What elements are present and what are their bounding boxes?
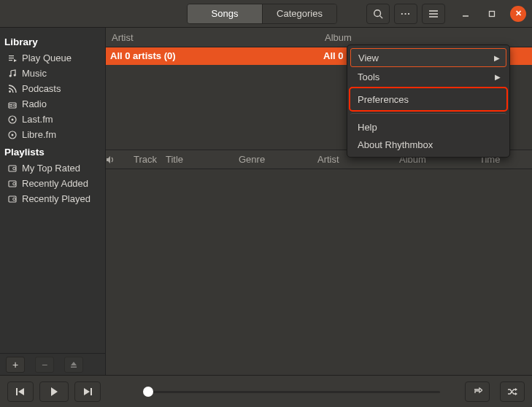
ellipsis-icon: ··· xyxy=(401,8,411,19)
smartplaylist-icon xyxy=(7,194,18,204)
sidebar-item-recentlyadded[interactable]: Recently Added xyxy=(0,176,105,191)
content-area: Artist All 0 artists (0) Album All 0 Tra… xyxy=(106,28,532,375)
col-playing[interactable] xyxy=(106,155,128,164)
rss-icon xyxy=(7,84,18,94)
playback-controls xyxy=(0,375,532,407)
hamburger-icon xyxy=(428,9,439,18)
menu-item-label: Preferences xyxy=(358,94,409,105)
col-track[interactable]: Track xyxy=(128,154,160,165)
window-maximize[interactable] xyxy=(484,6,500,22)
sidebar-header-playlists: Playlists xyxy=(0,142,105,160)
titlebar: Songs Categories ··· ✕ xyxy=(0,0,532,28)
search-icon xyxy=(373,9,383,19)
menu-item-label: Help xyxy=(358,122,377,133)
submenu-arrow-icon: ▶ xyxy=(494,54,500,62)
svg-point-14 xyxy=(9,90,11,93)
sidebar-item-label: My Top Rated xyxy=(22,163,80,174)
repeat-icon xyxy=(472,387,482,396)
eject-button[interactable] xyxy=(64,357,83,373)
sidebar-item-label: Last.fm xyxy=(22,114,53,125)
sidebar-item-label: Play Queue xyxy=(22,53,72,63)
tracks-pane: Track Title Genre Artist Album Time xyxy=(106,150,532,375)
sidebar-item-label: Music xyxy=(22,68,47,79)
shuffle-icon xyxy=(507,387,517,396)
next-button[interactable] xyxy=(74,381,101,402)
svg-rect-36 xyxy=(90,388,92,395)
app-menu: View ▶ Tools ▶ Preferences Help About Rh… xyxy=(347,44,510,158)
svg-line-1 xyxy=(380,15,383,18)
svg-marker-31 xyxy=(107,156,110,163)
search-button[interactable] xyxy=(366,4,390,24)
previous-icon xyxy=(15,387,26,396)
play-button[interactable] xyxy=(39,381,69,402)
menu-item-label: View xyxy=(358,53,379,63)
sidebar-item-podcasts[interactable]: Podcasts xyxy=(0,81,105,96)
add-playlist-button[interactable]: + xyxy=(6,357,25,373)
songs-tab[interactable]: Songs xyxy=(188,4,262,23)
artist-row-all[interactable]: All 0 artists (0) xyxy=(106,47,319,65)
window-minimize[interactable] xyxy=(458,6,474,22)
sidebar-action-bar: + − xyxy=(0,353,105,375)
menu-item-view[interactable]: View ▶ xyxy=(350,48,506,67)
sidebar-item-radio[interactable]: Radio xyxy=(0,96,105,112)
svg-marker-35 xyxy=(84,388,90,395)
col-genre[interactable]: Genre xyxy=(233,154,312,165)
menu-item-tools[interactable]: Tools ▶ xyxy=(350,67,506,86)
hamburger-button[interactable] xyxy=(422,4,445,24)
svg-rect-7 xyxy=(9,55,14,56)
svg-point-20 xyxy=(12,118,14,120)
remove-playlist-button[interactable]: − xyxy=(35,357,54,373)
svg-marker-10 xyxy=(14,59,17,62)
progress-track xyxy=(143,391,440,393)
svg-marker-34 xyxy=(51,387,58,396)
more-button[interactable]: ··· xyxy=(394,4,417,24)
svg-point-12 xyxy=(14,74,16,76)
menu-item-label: Tools xyxy=(358,71,379,82)
previous-button[interactable] xyxy=(7,381,34,402)
view-segmented-control: Songs Categories xyxy=(187,4,337,24)
svg-marker-37 xyxy=(515,388,517,391)
sidebar-item-music[interactable]: Music xyxy=(0,66,105,81)
sidebar-item-label: Podcasts xyxy=(22,83,61,94)
menu-item-preferences[interactable]: Preferences xyxy=(350,88,506,110)
sidebar-item-label: Radio xyxy=(22,98,47,109)
categories-tab[interactable]: Categories xyxy=(262,4,336,23)
sidebar-item-mytoprated[interactable]: My Top Rated xyxy=(0,160,105,176)
col-title[interactable]: Title xyxy=(160,154,233,165)
next-icon xyxy=(82,387,93,396)
repeat-button[interactable] xyxy=(465,381,490,402)
sidebar-item-lastfm[interactable]: Last.fm xyxy=(0,112,105,127)
svg-marker-38 xyxy=(515,392,517,395)
svg-rect-9 xyxy=(9,60,12,61)
menu-item-about[interactable]: About Rhythmbox xyxy=(350,135,506,154)
librefm-icon xyxy=(7,130,18,140)
close-icon: ✕ xyxy=(515,9,522,18)
svg-point-22 xyxy=(12,133,14,136)
svg-rect-30 xyxy=(71,366,77,368)
svg-rect-6 xyxy=(490,11,495,16)
svg-rect-8 xyxy=(9,58,14,58)
smartplaylist-icon xyxy=(7,179,18,189)
play-icon xyxy=(50,387,58,397)
music-icon xyxy=(7,69,18,79)
sidebar-item-librefm[interactable]: Libre.fm xyxy=(0,127,105,142)
submenu-arrow-icon: ▶ xyxy=(495,73,501,81)
shuffle-button[interactable] xyxy=(500,381,525,402)
menu-item-label: About Rhythmbox xyxy=(358,139,433,150)
svg-point-18 xyxy=(13,104,15,106)
progress-slider[interactable] xyxy=(143,389,440,394)
sidebar-item-play-queue[interactable]: Play Queue xyxy=(0,50,105,66)
artist-column: Artist All 0 artists (0) xyxy=(106,28,319,150)
window-close[interactable]: ✕ xyxy=(510,6,526,22)
sidebar-item-recentlyplayed[interactable]: Recently Played xyxy=(0,191,105,206)
menu-item-help[interactable]: Help xyxy=(350,113,506,135)
svg-point-26 xyxy=(13,182,16,185)
sidebar-item-label: Libre.fm xyxy=(22,129,56,140)
svg-point-0 xyxy=(374,9,381,16)
artist-column-header[interactable]: Artist xyxy=(106,28,319,47)
sidebar-item-label: Recently Played xyxy=(22,193,90,204)
svg-rect-32 xyxy=(16,388,18,395)
sidebar: Library Play Queue Music Podcasts Radio … xyxy=(0,28,106,375)
maximize-icon xyxy=(488,10,496,18)
progress-thumb[interactable] xyxy=(143,387,153,397)
